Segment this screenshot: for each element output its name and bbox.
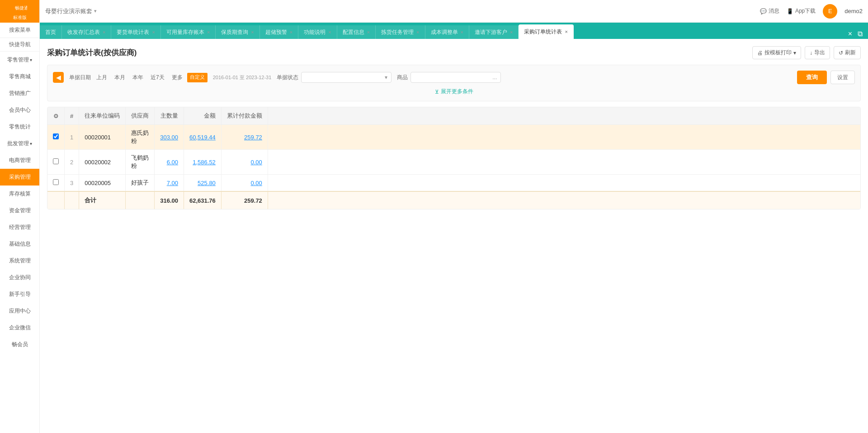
- tab-可用量库存账本[interactable]: 可用量库存账本×: [161, 25, 216, 39]
- cell-paid[interactable]: 259.72: [221, 125, 268, 150]
- filter-status-item: 单据状态 ▾: [277, 72, 392, 83]
- date-range-text: 2016-01-01 至 2023-12-31: [213, 74, 272, 81]
- table-row[interactable]: 2 00020002 飞鹤奶粉 6.00 1,586.52 0.00: [47, 150, 860, 175]
- tab-收发存汇总表[interactable]: 收发存汇总表×: [62, 25, 111, 39]
- expand-arrow-icon: ▾: [30, 57, 32, 62]
- sidebar-item-营销推广[interactable]: 营销推广: [0, 85, 39, 102]
- tab-close-icon[interactable]: ×: [461, 29, 463, 35]
- tab-邀请下游客户[interactable]: 邀请下游客户×: [469, 25, 519, 39]
- sidebar-item-库存核算[interactable]: 库存核算: [0, 186, 39, 202]
- date-more-btn[interactable]: 更多: [169, 73, 185, 82]
- footer-qty: 316.00: [155, 191, 184, 209]
- sidebar-item-企业微信[interactable]: 企业微信: [0, 319, 39, 336]
- filter-status-select[interactable]: ▾: [301, 72, 392, 83]
- sidebar-item-会员中心[interactable]: 会员中心: [0, 102, 39, 119]
- sidebar-item-零售统计[interactable]: 零售统计: [0, 119, 39, 135]
- tab-功能说明[interactable]: 功能说明×: [298, 25, 337, 39]
- sidebar-item-企业协同[interactable]: 企业协同: [0, 269, 39, 286]
- tab-配置信息[interactable]: 配置信息×: [337, 25, 376, 39]
- tab-close-icon[interactable]: ×: [251, 29, 254, 35]
- print-button[interactable]: 🖨 按模板打印 ▾: [752, 46, 801, 59]
- tab-close-all-btn[interactable]: ×: [846, 29, 854, 39]
- svg-text:畅捷通: 畅捷通: [14, 5, 27, 10]
- tab-采购订单统计表[interactable]: 采购订单统计表×: [519, 24, 573, 39]
- sidebar-item-系统管理[interactable]: 系统管理: [0, 252, 39, 269]
- filter-goods-input[interactable]: ...: [410, 72, 501, 83]
- date-this-year-btn[interactable]: 本年: [130, 73, 146, 82]
- cell-amount[interactable]: 525.80: [184, 175, 222, 192]
- goods-input-field[interactable]: [415, 74, 492, 81]
- page-title: 采购订单统计表(按供应商): [47, 48, 137, 58]
- cell-amount[interactable]: 1,586.52: [184, 150, 222, 175]
- cell-row-num: 2: [65, 150, 79, 175]
- sidebar-item-search[interactable]: 搜索菜单: [0, 23, 39, 38]
- tab-close-icon[interactable]: ×: [207, 29, 210, 35]
- expand-down-icon: ⊻: [435, 89, 439, 95]
- cell-paid[interactable]: 0.00: [221, 150, 268, 175]
- sidebar-item-畅会员[interactable]: 畅会员: [0, 336, 39, 353]
- col-amount: 金额: [184, 107, 222, 125]
- tab-label: 要货单统计表: [117, 29, 149, 36]
- tab-close-icon[interactable]: ×: [367, 29, 370, 35]
- tab-close-icon[interactable]: ×: [290, 29, 292, 35]
- sidebar-item-电商管理[interactable]: 电商管理: [0, 152, 39, 169]
- tab-close-icon[interactable]: ×: [103, 29, 105, 35]
- cell-amount[interactable]: 60,519.44: [184, 125, 222, 150]
- tab-拣货任务管理[interactable]: 拣货任务管理×: [376, 25, 425, 39]
- date-last-month-btn[interactable]: 上月: [94, 73, 110, 82]
- filter-area: ◀ 单据日期 上月 本月 本年 近7天 更多 自定义 2016-01-01 至 …: [47, 65, 861, 101]
- tab-保质期查询[interactable]: 保质期查询×: [216, 25, 259, 39]
- tab-close-icon[interactable]: ×: [152, 29, 155, 35]
- cell-qty[interactable]: 6.00: [155, 150, 184, 175]
- sidebar-item-经营管理[interactable]: 经营管理: [0, 219, 39, 236]
- top-bar-left: 母婴行业演示账套 ▾: [45, 7, 97, 15]
- user-name[interactable]: demo2: [844, 8, 863, 14]
- cell-checkbox[interactable]: [47, 125, 65, 150]
- expand-more-btn[interactable]: ⊻ 展开更多条件: [53, 88, 855, 95]
- tab-close-icon[interactable]: ×: [328, 29, 331, 35]
- date-7days-btn[interactable]: 近7天: [148, 73, 167, 82]
- tab-restore-btn[interactable]: ⧉: [856, 29, 864, 39]
- sidebar-item-零售商城[interactable]: 零售商城: [0, 68, 39, 85]
- sidebar-item-新手引导[interactable]: 新手引导: [0, 286, 39, 303]
- col-qty: 主数量: [155, 107, 184, 125]
- col-code: 往来单位编码: [79, 107, 126, 125]
- export-button[interactable]: ↓ 导出: [805, 46, 830, 59]
- refresh-button[interactable]: ↺ 刷新: [834, 46, 861, 59]
- tab-首页[interactable]: 首页: [40, 25, 62, 39]
- message-btn[interactable]: 💬 消息: [760, 7, 779, 15]
- query-button[interactable]: 查询: [797, 71, 827, 84]
- tab-超储预警[interactable]: 超储预警×: [260, 25, 298, 39]
- sidebar-item-基础信息[interactable]: 基础信息: [0, 236, 39, 252]
- settings-button[interactable]: 设置: [830, 71, 855, 84]
- tab-close-icon[interactable]: ×: [565, 29, 567, 34]
- tab-要货单统计表[interactable]: 要货单统计表×: [111, 25, 160, 39]
- sidebar-item-采购管理[interactable]: 采购管理: [0, 169, 39, 186]
- cell-qty[interactable]: 303.00: [155, 125, 184, 150]
- filter-collapse-btn[interactable]: ◀: [53, 72, 64, 83]
- sidebar-item-应用中心[interactable]: 应用中心: [0, 303, 39, 319]
- table-row[interactable]: 3 00020005 好孩子 7.00 525.80 0.00: [47, 175, 860, 192]
- page-header: 采购订单统计表(按供应商) 🖨 按模板打印 ▾ ↓ 导出 ↺ 刷新: [47, 46, 861, 59]
- sidebar-item-批发管理[interactable]: 批发管理▾: [0, 135, 39, 152]
- tab-成本调整单[interactable]: 成本调整单×: [425, 25, 469, 39]
- col-settings[interactable]: ⚙: [47, 107, 65, 125]
- sidebar-item-零售管理[interactable]: 零售管理▾: [0, 52, 39, 68]
- filter-date-label: 单据日期: [69, 74, 91, 81]
- date-this-month-btn[interactable]: 本月: [112, 73, 128, 82]
- sidebar-item-资金管理[interactable]: 资金管理: [0, 202, 39, 219]
- cell-checkbox[interactable]: [47, 175, 65, 192]
- cell-paid[interactable]: 0.00: [221, 175, 268, 192]
- sidebar-item-quick-nav[interactable]: 快捷导航: [0, 38, 39, 52]
- table-row[interactable]: 1 00020001 惠氏奶粉 303.00 60,519.44 259.72: [47, 125, 860, 150]
- app-download-btn[interactable]: 📱 App下载: [787, 7, 816, 15]
- print-arrow-icon: ▾: [793, 50, 796, 56]
- cell-checkbox[interactable]: [47, 150, 65, 175]
- cell-qty[interactable]: 7.00: [155, 175, 184, 192]
- breadcrumb-select[interactable]: 母婴行业演示账套 ▾: [45, 7, 97, 15]
- tab-close-icon[interactable]: ×: [416, 29, 419, 35]
- tab-label: 保质期查询: [221, 29, 248, 36]
- tab-close-icon[interactable]: ×: [510, 29, 513, 35]
- goods-more-btn[interactable]: ...: [492, 74, 497, 81]
- user-avatar[interactable]: E: [823, 4, 837, 19]
